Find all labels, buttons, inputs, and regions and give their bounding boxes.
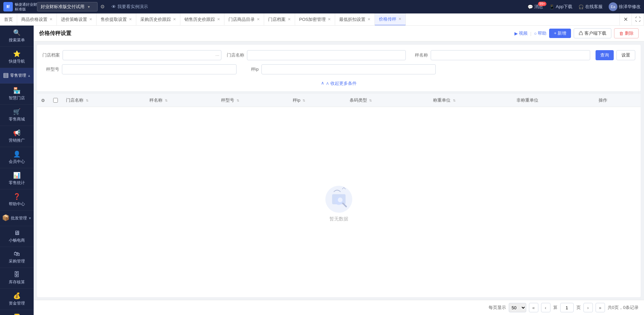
page-input[interactable] xyxy=(560,303,574,312)
help-link[interactable]: ○ 帮助 xyxy=(534,30,546,36)
tab-price-extract[interactable]: 售价提取设置 ✕ xyxy=(97,13,136,26)
close-tab-icon[interactable]: ✕ xyxy=(49,17,52,22)
tab-min-discount[interactable]: 最低折扣设置 ✕ xyxy=(335,13,375,26)
sidebar-item-member[interactable]: 👤 会员中心 xyxy=(0,147,34,168)
data-table: ⚙ 门店名称 ⇅ 秤名称 ⇅ xyxy=(37,94,641,107)
tab-store-archive[interactable]: 门店档案 ✕ xyxy=(264,13,295,26)
next-page-btn[interactable]: › xyxy=(583,303,593,312)
sidebar-item-purchase[interactable]: 🛍 采购管理 xyxy=(0,247,34,268)
play-icon: ▶ xyxy=(514,31,518,36)
scale-name-input[interactable] xyxy=(431,50,590,60)
sidebar: 🔍 搜索菜单 ⭐ 快捷导航 ▤ 零售管理 ▲ 🏪 智慧门店 🛒 零售商城 📢 营… xyxy=(0,26,34,315)
th-store-name[interactable]: 门店名称 ⇅ xyxy=(62,94,145,107)
close-tab-icon[interactable]: ✕ xyxy=(129,17,132,22)
page-title: 价格传秤设置 xyxy=(39,30,71,37)
tab-purchase-strategy[interactable]: 进价策略设置 ✕ xyxy=(57,13,97,26)
shortcut-icon: ⭐ xyxy=(13,50,21,58)
eye-icon: 👁 xyxy=(111,4,116,9)
version-selector[interactable]: 好业财标准版交付试用 ▼ xyxy=(37,2,98,11)
sidebar-search[interactable]: 🔍 搜索菜单 xyxy=(0,26,34,47)
close-tab-icon[interactable]: ✕ xyxy=(217,17,220,22)
sidebar-item-help[interactable]: ❓ 帮助中心 xyxy=(0,189,34,211)
user-menu-btn[interactable]: Ea 徐泽华修改 xyxy=(609,2,641,11)
scale-model-label: 秤型号 xyxy=(42,66,59,72)
per-page-select[interactable]: 50 10 20 100 xyxy=(509,303,526,312)
maximize-tab-btn[interactable]: ⛶ xyxy=(632,13,644,26)
close-tab-icon[interactable]: ✕ xyxy=(367,17,370,22)
filter-settings-button[interactable]: 设置 xyxy=(616,50,635,60)
inventory-icon: 🗄 xyxy=(14,271,20,278)
sidebar-item-finance[interactable]: 💰 资金管理 xyxy=(0,289,34,310)
collapse-btn[interactable]: ∧ ∧ 收起更多条件 xyxy=(42,78,635,89)
sidebar-item-retail-stat[interactable]: 📊 零售统计 xyxy=(0,168,34,189)
filter-scale-ip: 秤ip xyxy=(242,64,436,74)
th-gear[interactable]: ⚙ xyxy=(37,94,49,107)
tab-sales-history[interactable]: 销售历史价跟踪 ✕ xyxy=(180,13,224,26)
select-all-checkbox[interactable] xyxy=(53,98,58,103)
marketing-icon: 📢 xyxy=(13,129,21,137)
close-tab-icon[interactable]: ✕ xyxy=(89,17,92,22)
filter-store-name: 门店名称 xyxy=(227,50,406,60)
tab-commodity-price[interactable]: 商品价格设置 ✕ xyxy=(17,13,57,26)
sidebar-item-inventory[interactable]: 🗄 库存核算 xyxy=(0,268,34,289)
content-area: 价格传秤设置 ▶ 视频 | ○ 帮助 + 新增 凸 客户端下载 🗑 删除 xyxy=(34,26,644,315)
th-scale-model[interactable]: 秤型号 ⇅ xyxy=(217,94,289,107)
query-button[interactable]: 查询 xyxy=(596,50,614,60)
online-service-btn[interactable]: 🎧 在线客服 xyxy=(578,4,603,10)
sidebar-item-smart-store[interactable]: 🏪 智慧门店 xyxy=(0,83,34,105)
sidebar-item-ecommerce[interactable]: 🖥 小畅电商 xyxy=(0,226,34,247)
th-check[interactable] xyxy=(49,94,62,107)
sidebar-shortcut[interactable]: ⭐ 快捷导航 xyxy=(0,47,34,68)
tab-purchase-history[interactable]: 采购历史价跟踪 ✕ xyxy=(136,13,180,26)
sidebar-item-wholesale[interactable]: 📦 批发管理 ▼ xyxy=(0,211,34,226)
close-tab-icon[interactable]: ✕ xyxy=(328,17,331,22)
settings-icon[interactable]: ⚙ xyxy=(100,4,105,10)
th-scale-name[interactable]: 秤名称 ⇅ xyxy=(145,94,217,107)
th-weight-unit[interactable]: 称重单位 ⇅ xyxy=(429,94,512,107)
sort-icon: ⇅ xyxy=(369,99,372,102)
download-button[interactable]: 凸 客户端下载 xyxy=(574,28,611,38)
filter-row-1: 门店档案 ··· 门店名称 秤名称 查询 设置 xyxy=(42,50,635,60)
more-icon[interactable]: ··· xyxy=(215,53,219,58)
sidebar-item-ledger[interactable]: 📒 总账管理 xyxy=(0,310,34,315)
demo-link[interactable]: 👁 我要看实例演示 xyxy=(111,4,148,10)
empty-illustration xyxy=(322,182,356,216)
headset-icon: 🎧 xyxy=(578,4,584,9)
arrow-down-icon: ▼ xyxy=(28,216,32,220)
finance-icon: 💰 xyxy=(13,292,21,300)
delete-button[interactable]: 🗑 删除 xyxy=(614,28,639,38)
store-name-input[interactable] xyxy=(247,50,406,60)
video-link[interactable]: ▶ 视频 xyxy=(514,30,528,36)
sidebar-item-retail-mgmt[interactable]: ▤ 零售管理 ▲ xyxy=(0,68,34,83)
last-page-btn[interactable]: » xyxy=(596,303,605,312)
th-scale-ip[interactable]: 秤ip ⇅ xyxy=(289,94,346,107)
sidebar-item-retail-mall[interactable]: 🛒 零售商城 xyxy=(0,105,34,126)
app-logo: 财 畅捷通好业财 标准版 xyxy=(3,2,37,12)
scale-model-input[interactable] xyxy=(62,64,237,74)
close-tab-icon[interactable]: ✕ xyxy=(257,17,260,22)
logo-text: 畅捷通好业财 标准版 xyxy=(15,2,37,12)
tab-home[interactable]: 首页 xyxy=(0,13,17,26)
first-page-btn[interactable]: « xyxy=(529,303,538,312)
tab-store-catalog[interactable]: 门店商品目录 ✕ xyxy=(224,13,264,26)
tab-pos-encrypt[interactable]: POS加密管理 ✕ xyxy=(295,13,335,26)
sort-icon: ⇅ xyxy=(86,99,88,102)
sort-icon: ⇅ xyxy=(302,99,305,102)
tab-price-scale[interactable]: 价格传秤 ✕ xyxy=(375,13,406,26)
close-tab-icon[interactable]: ✕ xyxy=(398,17,401,21)
tab-bar-controls: ✕ ⛶ xyxy=(619,13,644,26)
th-barcode-type[interactable]: 条码类型 ⇅ xyxy=(346,94,429,107)
close-tab-icon[interactable]: ✕ xyxy=(173,17,176,22)
store-archive-input-wrapper: ··· xyxy=(63,50,221,60)
add-button[interactable]: + 新增 xyxy=(549,29,571,38)
logo-icon: 财 xyxy=(3,2,13,11)
store-archive-input[interactable] xyxy=(63,50,221,60)
scale-ip-input[interactable] xyxy=(261,64,436,74)
app-download-btn[interactable]: 📱 App下载 xyxy=(549,4,572,10)
sidebar-item-marketing[interactable]: 📢 营销推广 xyxy=(0,126,34,147)
prev-page-btn[interactable]: ‹ xyxy=(541,303,550,312)
close-tab-btn[interactable]: ✕ xyxy=(620,13,632,26)
close-tab-icon[interactable]: ✕ xyxy=(288,17,291,22)
messages-btn[interactable]: 💬 消息 99+ xyxy=(528,4,543,10)
main-layout: 🔍 搜索菜单 ⭐ 快捷导航 ▤ 零售管理 ▲ 🏪 智慧门店 🛒 零售商城 📢 营… xyxy=(0,26,644,315)
